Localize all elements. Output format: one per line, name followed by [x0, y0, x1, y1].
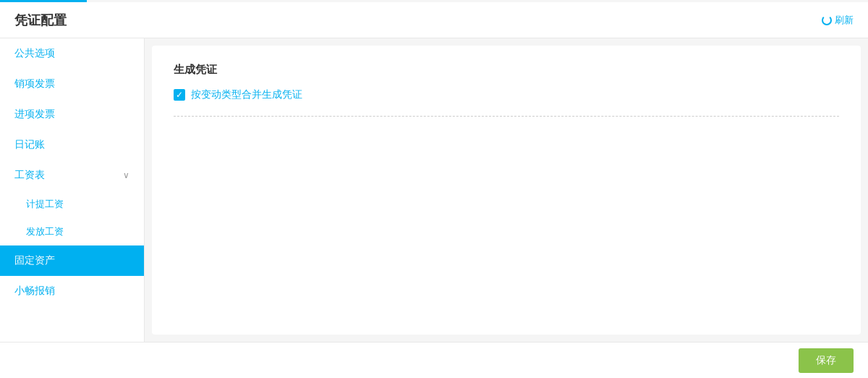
sidebar-item-label: 工资表: [14, 169, 45, 182]
merge-checkbox-label[interactable]: 按变动类型合并生成凭证: [191, 88, 302, 101]
body: 公共选项 销项发票 进项发票 日记账 工资表 ∨ 计提工资 发放工资 固定资: [0, 38, 868, 342]
sidebar-item-label: 公共选项: [14, 47, 55, 60]
refresh-icon: [822, 15, 832, 25]
save-button[interactable]: 保存: [799, 348, 854, 373]
merge-checkbox[interactable]: [174, 89, 185, 101]
sidebar-item-payroll-payment[interactable]: 发放工资: [0, 218, 144, 245]
checkbox-row: 按变动类型合并生成凭证: [174, 88, 839, 101]
sidebar-item-sales-invoice[interactable]: 销项发票: [0, 69, 144, 99]
sidebar-item-label: 固定资产: [14, 254, 55, 267]
sidebar-sub-item-label: 发放工资: [26, 226, 64, 237]
sidebar-item-payroll-accrual[interactable]: 计提工资: [0, 190, 144, 218]
sidebar-sub-item-label: 计提工资: [26, 198, 64, 209]
sidebar-item-journal[interactable]: 日记账: [0, 130, 144, 160]
sidebar-item-purchase-invoice[interactable]: 进项发票: [0, 99, 144, 130]
sidebar-item-label: 进项发票: [14, 108, 55, 121]
chevron-down-icon: ∨: [123, 170, 129, 180]
sidebar-item-label: 小畅报销: [14, 285, 55, 298]
sidebar-item-payroll[interactable]: 工资表 ∨: [0, 160, 144, 190]
footer: 保存: [0, 342, 868, 378]
section-title: 生成凭证: [174, 63, 839, 77]
sidebar-item-expense-reimbursement[interactable]: 小畅报销: [0, 276, 144, 306]
sidebar-item-label: 销项发票: [14, 77, 55, 91]
sidebar-item-fixed-assets[interactable]: 固定资产: [0, 245, 144, 276]
page-title: 凭证配置: [14, 12, 67, 29]
header: 凭证配置 刷新: [0, 2, 868, 38]
sidebar-item-label: 日记账: [14, 138, 45, 151]
refresh-button[interactable]: 刷新: [822, 14, 854, 27]
sidebar-item-public-options[interactable]: 公共选项: [0, 38, 144, 69]
sidebar: 公共选项 销项发票 进项发票 日记账 工资表 ∨ 计提工资 发放工资 固定资: [0, 38, 145, 342]
main-content: 生成凭证 按变动类型合并生成凭证: [152, 46, 861, 335]
page-wrapper: 凭证配置 刷新 公共选项 销项发票 进项发票 日记账 工资表 ∨: [0, 0, 868, 378]
section-divider: [174, 116, 839, 117]
refresh-label: 刷新: [835, 14, 854, 27]
